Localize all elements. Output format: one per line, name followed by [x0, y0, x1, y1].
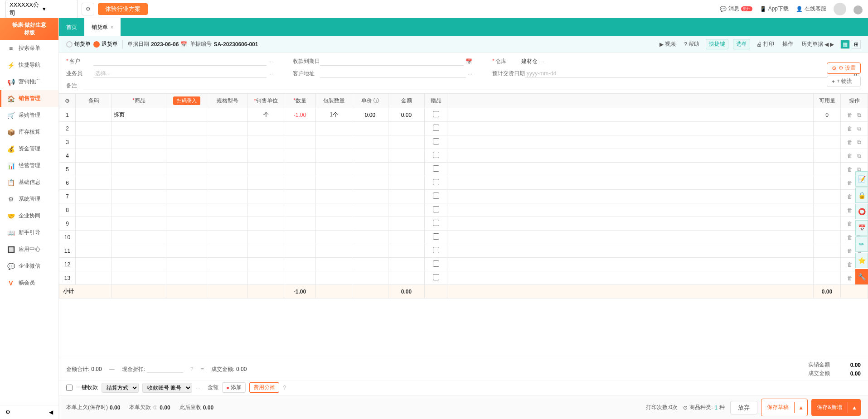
cell-amount[interactable]: [388, 135, 425, 149]
cell-spec[interactable]: [166, 149, 207, 163]
remark-input[interactable]: [83, 82, 861, 90]
cell-pkgqty[interactable]: [316, 203, 352, 217]
product-type-value[interactable]: 1: [715, 405, 718, 411]
float-btn-5[interactable]: ✏: [855, 236, 868, 252]
cell-unit[interactable]: [248, 203, 284, 217]
cell-price[interactable]: [352, 190, 388, 203]
cell-spec[interactable]: [166, 122, 207, 135]
sidebar-item-wechat[interactable]: 💬 企业微信: [0, 258, 58, 275]
shortcut-button[interactable]: 快捷键: [706, 39, 728, 49]
cell-qty[interactable]: [284, 231, 316, 244]
cell-qty[interactable]: [284, 190, 316, 203]
discount-input[interactable]: [147, 366, 183, 373]
cell-spec2[interactable]: [207, 176, 248, 190]
cell-amount[interactable]: [388, 244, 425, 258]
sidebar-item-operations[interactable]: 📊 经营管理: [0, 157, 58, 174]
cell-qty[interactable]: [284, 108, 316, 122]
cell-barcode[interactable]: [76, 271, 112, 285]
sidebar-item-purchase[interactable]: 🛒 采购管理: [0, 107, 58, 124]
cell-spec2[interactable]: [207, 149, 248, 163]
sidebar-item-system[interactable]: ⚙ 系统管理: [0, 191, 58, 207]
cell-price[interactable]: [352, 244, 388, 258]
sidebar-collapse-icon[interactable]: ◀: [49, 409, 53, 415]
copy-icon[interactable]: ⧉: [857, 153, 861, 159]
one-click-payment-checkbox[interactable]: [66, 385, 73, 391]
cell-gift[interactable]: [425, 190, 447, 203]
delete-icon[interactable]: 🗑: [847, 275, 853, 281]
delete-icon[interactable]: 🗑: [847, 125, 853, 132]
video-button[interactable]: ▶ 视频: [658, 39, 678, 49]
cell-pkgqty[interactable]: [316, 122, 352, 135]
save-new-arrow-icon[interactable]: ▲: [848, 402, 861, 413]
save-draft-arrow-icon[interactable]: ▲: [794, 402, 807, 413]
cell-product[interactable]: [112, 122, 166, 135]
cell-pkgqty[interactable]: [316, 176, 352, 190]
cell-pkgqty[interactable]: [316, 244, 352, 258]
delete-icon[interactable]: 🗑: [847, 153, 853, 159]
cell-qty[interactable]: [284, 163, 316, 176]
cell-spec2[interactable]: [207, 271, 248, 285]
cell-price[interactable]: [352, 258, 388, 271]
select-button[interactable]: 选单: [733, 39, 750, 49]
cell-unit[interactable]: [248, 258, 284, 271]
account-dots[interactable]: ···: [196, 385, 200, 391]
cell-price[interactable]: [352, 149, 388, 163]
cell-gift[interactable]: [425, 176, 447, 190]
cell-barcode[interactable]: [76, 217, 112, 231]
float-btn-7[interactable]: 🔧: [855, 269, 868, 284]
cell-barcode[interactable]: [76, 203, 112, 217]
nav-left-icon[interactable]: ◀: [824, 41, 829, 48]
cell-unit[interactable]: [248, 176, 284, 190]
sidebar-item-apps[interactable]: 🔲 应用中心: [0, 241, 58, 258]
cell-amount[interactable]: [388, 203, 425, 217]
save-draft-button[interactable]: 保存草稿 ▲: [761, 399, 808, 416]
delete-icon[interactable]: 🗑: [847, 180, 853, 186]
trial-button[interactable]: 体验行业方案: [98, 3, 148, 15]
cell-qty[interactable]: [284, 258, 316, 271]
cell-pkgqty[interactable]: [316, 217, 352, 231]
cell-price[interactable]: [352, 163, 388, 176]
delete-icon[interactable]: 🗑: [847, 207, 853, 213]
cell-pkgqty[interactable]: [316, 190, 352, 203]
cell-price[interactable]: [352, 231, 388, 244]
sidebar-item-enterprise[interactable]: 🤝 企业协同: [0, 207, 58, 224]
cell-qty[interactable]: [284, 122, 316, 135]
tab-close-icon[interactable]: ×: [111, 25, 113, 30]
cell-gift[interactable]: [425, 244, 447, 258]
customer-addr-dots[interactable]: ···: [466, 71, 474, 77]
cell-price[interactable]: [352, 271, 388, 285]
settings-icon[interactable]: ⚙: [82, 3, 94, 15]
cell-spec[interactable]: [166, 190, 207, 203]
sidebar-item-finance[interactable]: 💰 资金管理: [0, 140, 58, 157]
cell-amount[interactable]: [388, 217, 425, 231]
cell-gift[interactable]: [425, 271, 447, 285]
cell-amount[interactable]: [388, 231, 425, 244]
cell-unit[interactable]: [248, 217, 284, 231]
settings-action-btn[interactable]: ⚙ ⚙ 设置: [827, 63, 861, 74]
sidebar-settings-icon[interactable]: ⚙: [5, 409, 10, 415]
print-button[interactable]: 🖨 打印: [755, 39, 776, 49]
cell-unit[interactable]: [248, 122, 284, 135]
company-selector[interactable]: XXXXXX公司 ▾: [5, 0, 78, 19]
delete-icon[interactable]: 🗑: [847, 139, 853, 145]
cell-gift[interactable]: [425, 258, 447, 271]
cell-spec2[interactable]: [207, 203, 248, 217]
tab-sales-order[interactable]: 销货单 ×: [84, 18, 121, 36]
discard-button[interactable]: 放弃: [730, 401, 757, 414]
help-button[interactable]: ? 帮助: [682, 39, 701, 49]
cell-gift[interactable]: [425, 231, 447, 244]
cell-product[interactable]: [112, 271, 166, 285]
copy-icon[interactable]: ⧉: [857, 112, 861, 118]
list-view-icon[interactable]: ⊞: [852, 40, 861, 49]
cell-pkgqty[interactable]: [316, 231, 352, 244]
cell-unit[interactable]: [248, 163, 284, 176]
sidebar-item-sales[interactable]: 🏠 销售管理: [0, 90, 58, 107]
sidebar-item-marketing[interactable]: 📢 营销推广: [0, 73, 58, 90]
cell-spec[interactable]: [166, 231, 207, 244]
sidebar-item-quicknav[interactable]: ⚡ 快捷导航: [0, 57, 58, 73]
cell-price[interactable]: [352, 217, 388, 231]
cell-pkgqty[interactable]: [316, 163, 352, 176]
cell-product[interactable]: [112, 244, 166, 258]
scan-button[interactable]: 扫码录入: [173, 96, 200, 105]
cell-barcode[interactable]: [76, 108, 112, 122]
